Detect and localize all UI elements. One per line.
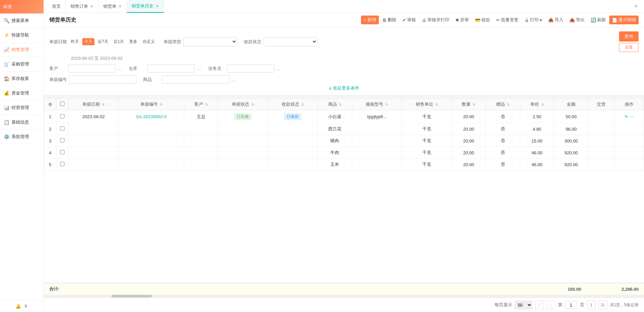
- th-date[interactable]: 单据日期 ⇅: [68, 99, 119, 110]
- first-page-button[interactable]: ⟨⟨: [535, 301, 544, 309]
- sidebar-item-finance[interactable]: 💰 资金管理: [0, 86, 44, 101]
- filter-settings-button[interactable]: 设置: [619, 43, 639, 52]
- next-page-button[interactable]: ⟩: [587, 301, 596, 309]
- th-doc-no[interactable]: 单据编号 ⇅: [119, 99, 184, 110]
- abandon-button[interactable]: ✖ 弃审: [453, 16, 472, 24]
- row-checkbox[interactable]: [60, 138, 64, 142]
- audit-print-button[interactable]: 🖨 审核并打印: [419, 16, 452, 24]
- th-gift[interactable]: 赠品 ⇅: [486, 99, 520, 110]
- row-doc-no: [119, 159, 184, 171]
- table-row: 5玉米千克20.00否46.00920.00: [44, 159, 644, 171]
- query-button[interactable]: 查询: [619, 31, 639, 42]
- sidebar-item-search-menu[interactable]: 🔍 搜索菜单: [0, 14, 44, 28]
- batch-change-button[interactable]: ✏ 批量变更: [494, 16, 521, 24]
- goods-input[interactable]: [162, 75, 229, 84]
- print-button[interactable]: 🖨 打印 ▾: [522, 16, 545, 24]
- notification-icon[interactable]: 🔔: [16, 304, 21, 309]
- sidebar-item-purchase-mgmt[interactable]: 🛒 采购管理: [0, 57, 44, 72]
- date-tag-1month[interactable]: 近1月: [112, 38, 126, 45]
- audit-button[interactable]: ✔ 审核: [400, 16, 419, 24]
- tab-bar: 首页 销售订单 ✕ 销货单 ✕ 销货单历史 ✕ ✕: [44, 0, 644, 13]
- salesman-picker-icon[interactable]: ...: [276, 66, 281, 71]
- row-doc-no[interactable]: SA-20230602-0: [119, 110, 184, 123]
- customer-input[interactable]: [68, 64, 115, 73]
- th-doc-status[interactable]: 单据状态 ⇅: [218, 99, 268, 110]
- tab-sales-order-label: 销售订单: [71, 3, 88, 9]
- show-details-button[interactable]: 📄 显示明细: [609, 16, 639, 24]
- page-size-select[interactable]: 20 50 100: [515, 301, 532, 309]
- row-checkbox[interactable]: [60, 126, 64, 131]
- sort-pay-status-icon: ⇅: [301, 103, 304, 106]
- payment-status-label: 收款状态: [244, 39, 261, 45]
- operations-icon: 📊: [3, 105, 9, 111]
- audit-print-label: 审核并打印: [427, 17, 449, 23]
- row-no: 2: [44, 123, 56, 135]
- date-tag-custom[interactable]: 自定义: [141, 38, 157, 45]
- tab-home[interactable]: 首页: [47, 0, 66, 13]
- warehouse-input[interactable]: [147, 64, 195, 73]
- new-button[interactable]: + 新增: [361, 16, 379, 24]
- row-checkbox[interactable]: [60, 150, 64, 154]
- goods-picker-icon[interactable]: ...: [231, 77, 236, 82]
- refresh-button[interactable]: 🔄 刷新: [588, 16, 609, 24]
- th-price[interactable]: 单价 ⇅: [520, 99, 554, 110]
- tab-sales-goods[interactable]: 销货单 ✕: [99, 0, 127, 13]
- th-pay-status[interactable]: 收款状态 ⇅: [268, 99, 318, 110]
- sort-goods-icon: ⇅: [339, 103, 341, 106]
- delete-button[interactable]: 🗑 删除: [380, 16, 399, 24]
- row-transaction: [588, 123, 614, 135]
- horizontal-scrollbar[interactable]: [44, 295, 644, 297]
- tab-sales-order[interactable]: 销售订单 ✕: [66, 0, 99, 13]
- edit-action-btn[interactable]: ✎: [624, 114, 628, 119]
- th-settings[interactable]: ⚙: [44, 99, 56, 110]
- doc-no-input[interactable]: [69, 75, 136, 84]
- pause-icon[interactable]: ⏸: [24, 304, 28, 309]
- warehouse-picker-icon[interactable]: ...: [197, 66, 201, 71]
- scroll-thumb[interactable]: [111, 295, 152, 297]
- tab-sales-history-close[interactable]: ✕: [156, 4, 159, 8]
- pagination: 每页显示 20 50 100 ⟨⟨ ⟨ 第 1 页 ⟩ ⟩⟩ 共1页，5条记录: [44, 297, 644, 312]
- last-page-button[interactable]: ⟩⟩: [598, 301, 607, 309]
- prev-page-button[interactable]: ⟨: [547, 301, 555, 309]
- th-goods[interactable]: 商品 ⇅: [318, 99, 352, 110]
- row-doc-status: [218, 135, 268, 147]
- select-all-checkbox[interactable]: [60, 102, 64, 106]
- sidebar-item-system[interactable]: ⚙️ 系统管理: [0, 130, 44, 144]
- sidebar-item-operations[interactable]: 📊 经营管理: [0, 101, 44, 115]
- tab-sales-order-close[interactable]: ✕: [90, 4, 93, 9]
- export-button[interactable]: 📤 导出: [567, 16, 587, 24]
- collect-button[interactable]: 💳 收款: [472, 16, 493, 24]
- date-tag-today[interactable]: 今天: [82, 38, 94, 45]
- sidebar-item-quick-nav[interactable]: ⚡ 快捷导航: [0, 28, 44, 43]
- customer-picker-icon[interactable]: ...: [117, 66, 122, 71]
- row-checkbox[interactable]: [60, 162, 64, 166]
- new-label: 新增: [367, 17, 376, 23]
- doc-type-select[interactable]: [183, 37, 237, 46]
- sidebar-item-sales-mgmt[interactable]: 📈 销售管理: [0, 43, 44, 57]
- th-qty[interactable]: 数量 ⇅: [452, 99, 486, 110]
- row-checkbox[interactable]: [60, 114, 64, 119]
- th-spec[interactable]: 规格型号 ⇅: [352, 99, 402, 110]
- salesman-input[interactable]: [227, 64, 274, 73]
- row-unit: 千克: [402, 147, 452, 159]
- row-checkbox: [56, 147, 68, 159]
- doc-no-link[interactable]: SA-20230602-0: [136, 114, 167, 119]
- tab-sales-history[interactable]: 销货单历史 ✕: [127, 0, 164, 13]
- th-customer[interactable]: 客户 ⇅: [184, 99, 218, 110]
- more-action-btn[interactable]: ⋯: [629, 114, 634, 119]
- page-input[interactable]: 1: [565, 301, 577, 309]
- payment-status-select[interactable]: [263, 37, 317, 46]
- date-tag-more[interactable]: 更多: [127, 38, 139, 45]
- tab-close-all-btn[interactable]: ✕: [632, 4, 641, 9]
- import-button[interactable]: 📥 导入: [545, 16, 566, 24]
- refresh-icon: 🔄: [591, 18, 596, 23]
- date-tag-7days[interactable]: 近7天: [96, 38, 110, 45]
- collapse-filter-button[interactable]: ∧ 收起更多条件: [49, 85, 639, 91]
- tab-sales-goods-close[interactable]: ✕: [118, 4, 122, 9]
- date-range: 昨天 今天 近7天 近1月 更多 自定义: [69, 38, 157, 45]
- th-unit[interactable]: 销售单位 ⇅: [402, 99, 452, 110]
- date-tag-yesterday[interactable]: 昨天: [69, 38, 81, 45]
- sidebar-item-basic-info[interactable]: 📋 基础信息: [0, 115, 44, 130]
- sidebar-item-inventory[interactable]: 🏠 库存核算: [0, 72, 44, 86]
- audit-print-icon: 🖨: [422, 18, 426, 23]
